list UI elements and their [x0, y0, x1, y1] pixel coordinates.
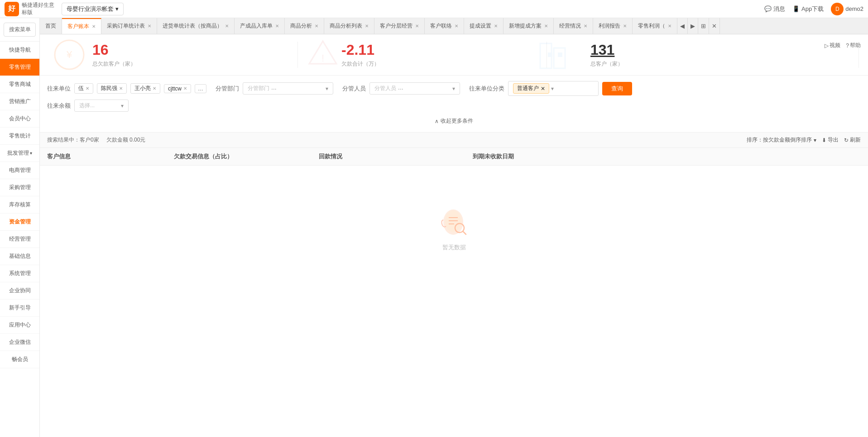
tab-close-operation[interactable]: ✕ — [584, 24, 587, 28]
tab-stock-stats[interactable]: 进货单统计表（按商品） ✕ — [157, 18, 235, 34]
tab-close-accounts[interactable]: ✕ — [92, 24, 96, 29]
tab-customer-tier[interactable]: 客户分层经营 ✕ — [374, 18, 425, 34]
sidebar-item-basic-info[interactable]: 基础信息 — [0, 248, 39, 265]
balance-select[interactable]: 选择... ▾ — [74, 100, 129, 112]
tab-close-production[interactable]: ✕ — [275, 24, 279, 28]
tab-profit-report[interactable]: 利润报告 ✕ — [593, 18, 633, 34]
video-help-button[interactable]: ▷ 视频 — [825, 42, 840, 49]
col-header-repay: 回款情况 — [319, 152, 473, 161]
tab-production[interactable]: 产成品入库单 ✕ — [235, 18, 285, 34]
remove-unit1-button[interactable]: ✕ — [86, 86, 89, 91]
sidebar-item-wechat[interactable]: 企业微信 — [0, 334, 39, 351]
sidebar-item-system[interactable]: 系统管理 — [0, 265, 39, 282]
sidebar-item-vip[interactable]: 畅会员 — [0, 351, 39, 368]
empty-text: 暂无数据 — [442, 243, 466, 252]
tab-new-submit[interactable]: 新增提成方案 ✕ — [504, 18, 554, 34]
sidebar-item-app-center[interactable]: 应用中心 — [0, 317, 39, 334]
stat-label-total: 总客户（家） — [590, 60, 623, 68]
tab-nav-next[interactable]: ▶ — [688, 18, 698, 34]
tab-close-customer-tier[interactable]: ✕ — [415, 24, 419, 28]
person-select[interactable]: 分管人员 ··· ▾ — [369, 82, 460, 95]
sidebar-item-marketing[interactable]: 营销推广 — [0, 93, 39, 110]
tab-close-goods-analysis-list[interactable]: ✕ — [365, 24, 369, 28]
filter-tag-unit2: 陈民强 ✕ — [97, 83, 127, 94]
message-button[interactable]: 💬 消息 — [764, 5, 785, 13]
sidebar-item-ecommerce[interactable]: 电商管理 — [0, 162, 39, 179]
person-label: 分管人员 — [342, 85, 366, 93]
svg-line-14 — [463, 231, 466, 234]
dept-select[interactable]: 分管部门 ··· ▾ — [243, 82, 333, 95]
tab-nav-expand[interactable]: ⊞ — [698, 18, 709, 34]
unit-class-select[interactable]: 普通客户 ✕ ▾ — [508, 81, 599, 96]
refresh-button[interactable]: ↻ 刷新 — [844, 136, 861, 144]
tab-close-submit-settings[interactable]: ✕ — [494, 24, 498, 28]
filter-tag-unit4: cjttcw ✕ — [164, 84, 191, 93]
filter-tag-unit1: 伍 ✕ — [74, 83, 93, 94]
tab-close-goods-analysis[interactable]: ✕ — [315, 24, 318, 28]
sidebar-item-retail-stats[interactable]: 零售统计 — [0, 128, 39, 145]
play-icon: ▷ — [825, 43, 829, 49]
query-button[interactable]: 查询 — [602, 82, 632, 95]
tab-operation[interactable]: 经营情况 ✕ — [554, 18, 593, 34]
sidebar-item-enterprise[interactable]: 企业协同 — [0, 282, 39, 299]
tab-retail-profit[interactable]: 零售利润（ ✕ — [633, 18, 677, 34]
store-selector[interactable]: 母婴行业演示帐套 ▾ — [62, 3, 124, 15]
sidebar-item-operations[interactable]: 经营管理 — [0, 231, 39, 248]
sidebar-item-member[interactable]: 会员中心 — [0, 110, 39, 128]
sidebar-item-retail[interactable]: 零售管理 — [0, 59, 39, 76]
col-header-customer: 客户信息 — [47, 152, 174, 161]
sidebar-item-inventory[interactable]: 库存核算 — [0, 196, 39, 214]
sidebar-item-purchase[interactable]: 采购管理 — [0, 179, 39, 196]
help-button[interactable]: ? 帮助 — [846, 42, 861, 49]
export-button[interactable]: ⬇ 导出 — [822, 136, 839, 144]
dept-filter-dots[interactable]: ··· — [269, 85, 278, 92]
user-menu[interactable]: D demo2 — [831, 3, 863, 15]
filter-tag-unit3: 王小亮 ✕ — [130, 83, 160, 94]
tab-close-purchase-order[interactable]: ✕ — [148, 24, 151, 28]
remove-unit2-button[interactable]: ✕ — [119, 86, 123, 91]
logo-icon: 好 — [5, 2, 19, 16]
sidebar-item-wholesale[interactable]: 批发管理 ▾ — [0, 145, 39, 162]
tab-nav-prev[interactable]: ◀ — [677, 18, 688, 34]
dept-chevron-icon: ▾ — [326, 86, 328, 92]
tab-purchase-order[interactable]: 采购订单统计表 ✕ — [101, 18, 157, 34]
remove-unit-class-button[interactable]: ✕ — [541, 86, 545, 92]
filter-more-button[interactable]: … — [195, 84, 206, 93]
person-chevron-icon: ▾ — [452, 86, 455, 92]
search-menu-button[interactable]: 搜索菜单 — [4, 23, 36, 37]
tab-close-new-submit[interactable]: ✕ — [544, 24, 548, 28]
table-area: 客户信息 欠款交易信息（占比） 回款情况 到期未收款日期 — [40, 148, 868, 437]
help-icon: ? — [846, 43, 849, 49]
logo-area: 好 畅捷通好生意 标版 — [5, 2, 54, 16]
app-download-button[interactable]: 📱 App下载 — [792, 5, 824, 13]
tab-close-retail-profit[interactable]: ✕ — [668, 24, 671, 28]
remove-unit4-button[interactable]: ✕ — [183, 86, 187, 91]
tab-nav-close-all[interactable]: ✕ — [709, 18, 720, 34]
tab-close-profit-report[interactable]: ✕ — [623, 24, 627, 28]
stat-label-customers: 总欠款客户（家） — [92, 60, 136, 68]
collapse-button[interactable]: ∧ 收起更多条件 — [435, 117, 473, 125]
tab-home[interactable]: 首页 — [40, 18, 62, 34]
col-header-date: 到期未收款日期 — [473, 152, 861, 161]
tab-goods-analysis[interactable]: 商品分析 ✕ — [285, 18, 324, 34]
tab-close-stock-stats[interactable]: ✕ — [225, 24, 229, 28]
sort-select[interactable]: 排序：按欠款金额倒序排序 ▾ — [747, 136, 816, 144]
tab-customer-contact[interactable]: 客户联络 ✕ — [425, 18, 464, 34]
sidebar-item-quick-nav[interactable]: 快捷导航 — [0, 42, 39, 59]
tab-goods-analysis-list[interactable]: 商品分析列表 ✕ — [324, 18, 374, 34]
remove-unit3-button[interactable]: ✕ — [153, 86, 156, 91]
sidebar-item-finance[interactable]: 资金管理 — [0, 214, 39, 231]
tab-submit-settings[interactable]: 提成设置 ✕ — [464, 18, 504, 34]
sort-chevron-icon: ▾ — [814, 137, 816, 143]
tab-close-customer-contact[interactable]: ✕ — [455, 24, 458, 28]
collapse-row: ∧ 收起更多条件 — [47, 115, 861, 127]
stat-total-customers2: 131 总客户（家） — [547, 42, 859, 68]
person-filter-dots[interactable]: ··· — [396, 85, 405, 92]
sidebar-item-guide[interactable]: 新手引导 — [0, 299, 39, 317]
sidebar-item-retail-mall[interactable]: 零售商城 — [0, 76, 39, 93]
stat-value-customers: 16 — [92, 42, 136, 58]
filter-area: 往来单位 伍 ✕ 陈民强 ✕ 王小亮 ✕ cjttcw — [40, 76, 868, 133]
filter-row-2: 往来余额 选择... ▾ — [47, 100, 861, 112]
unit-class-chevron-icon: ▾ — [551, 86, 554, 92]
tab-accounts[interactable]: 客户账本 ✕ — [62, 18, 101, 34]
